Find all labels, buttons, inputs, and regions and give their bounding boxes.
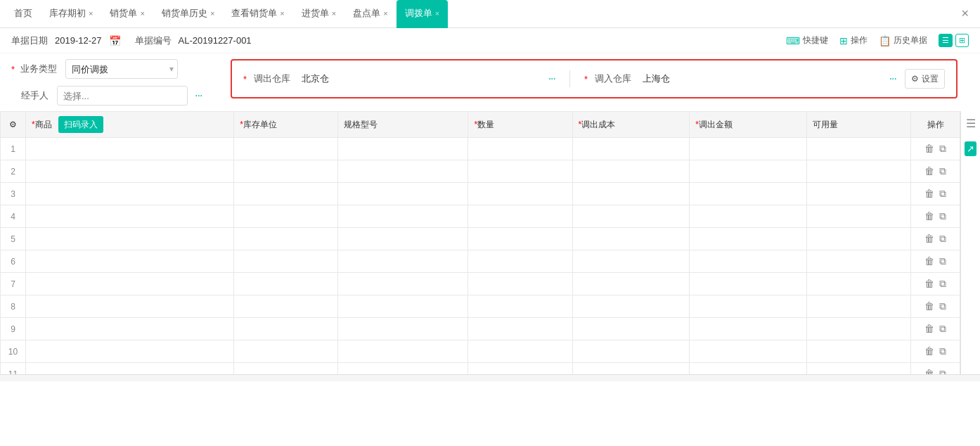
copy-icon[interactable]: ⧉ [939,368,946,374]
sidebar-list-icon[interactable]: ☰ [966,117,976,130]
close-icon[interactable]: × [383,9,387,18]
spec-cell[interactable] [338,205,468,228]
close-icon[interactable]: × [140,9,144,18]
unit-cell[interactable] [234,138,338,160]
history-button[interactable]: 📋 历史单据 [879,34,927,46]
tab-view-sales[interactable]: 查看销货单 × [223,0,292,28]
shortcuts-button[interactable]: ⌨ 快捷键 [786,34,828,46]
amount-cell[interactable] [690,183,807,205]
unit-cell[interactable] [234,160,338,183]
cost-cell[interactable] [572,363,690,375]
unit-cell[interactable] [234,250,338,273]
spec-cell[interactable] [338,160,468,183]
copy-icon[interactable]: ⧉ [939,345,946,357]
available-cell[interactable] [806,160,910,183]
cost-cell[interactable] [572,228,690,250]
spec-cell[interactable] [338,228,468,250]
close-icon[interactable]: × [280,9,284,18]
copy-icon[interactable]: ⧉ [939,300,946,312]
delete-icon[interactable]: 🗑 [924,368,934,374]
spec-cell[interactable] [338,363,468,375]
settings-button[interactable]: ⚙ 设置 [905,69,945,89]
amount-cell[interactable] [690,295,807,318]
delete-icon[interactable]: 🗑 [924,278,934,289]
amount-cell[interactable] [690,228,807,250]
amount-cell[interactable] [690,340,807,363]
window-close-button[interactable]: × [955,6,974,21]
handler-input[interactable] [57,86,188,106]
close-icon[interactable]: × [435,9,439,18]
product-cell[interactable] [26,273,234,295]
unit-cell[interactable] [234,183,338,205]
product-cell[interactable] [26,295,234,318]
available-cell[interactable] [806,228,910,250]
cost-cell[interactable] [572,160,690,183]
operations-button[interactable]: ⊞ 操作 [839,34,868,46]
delete-icon[interactable]: 🗑 [924,165,934,177]
copy-icon[interactable]: ⧉ [939,143,946,154]
qty-cell[interactable] [468,138,572,160]
product-cell[interactable] [26,138,234,160]
amount-cell[interactable] [690,138,807,160]
delete-icon[interactable]: 🗑 [924,255,934,267]
spec-cell[interactable] [338,183,468,205]
scan-entry-button[interactable]: 扫码录入 [58,116,103,133]
spec-cell[interactable] [338,340,468,363]
doc-date-value[interactable]: 2019-12-27 [55,35,102,46]
product-cell[interactable] [26,160,234,183]
unit-cell[interactable] [234,295,338,318]
spec-cell[interactable] [338,138,468,160]
tab-home[interactable]: 首页 [6,0,41,28]
qty-cell[interactable] [468,318,572,340]
available-cell[interactable] [806,273,910,295]
available-cell[interactable] [806,205,910,228]
qty-cell[interactable] [468,228,572,250]
cost-cell[interactable] [572,340,690,363]
qty-cell[interactable] [468,273,572,295]
in-warehouse-more-icon[interactable]: ··· [889,72,896,85]
product-cell[interactable] [26,250,234,273]
out-warehouse-more-icon[interactable]: ··· [548,72,555,85]
copy-icon[interactable]: ⧉ [939,323,946,334]
close-icon[interactable]: × [210,9,214,18]
horizontal-scrollbar[interactable] [0,374,980,381]
unit-cell[interactable] [234,318,338,340]
copy-icon[interactable]: ⧉ [939,233,946,244]
amount-cell[interactable] [690,160,807,183]
available-cell[interactable] [806,250,910,273]
layout-grid-button[interactable]: ⊞ [955,34,969,47]
qty-cell[interactable] [468,160,572,183]
unit-cell[interactable] [234,363,338,375]
available-cell[interactable] [806,183,910,205]
qty-cell[interactable] [468,205,572,228]
close-icon[interactable]: × [89,9,93,18]
copy-icon[interactable]: ⧉ [939,210,946,222]
available-cell[interactable] [806,340,910,363]
qty-cell[interactable] [468,295,572,318]
product-cell[interactable] [26,318,234,340]
biz-type-select[interactable]: 同价调拨 [65,59,178,79]
product-cell[interactable] [26,228,234,250]
product-cell[interactable] [26,340,234,363]
qty-cell[interactable] [468,340,572,363]
cost-cell[interactable] [572,318,690,340]
delete-icon[interactable]: 🗑 [924,345,934,357]
out-warehouse-value[interactable]: 北京仓 [302,72,329,85]
delete-icon[interactable]: 🗑 [924,233,934,244]
calendar-icon[interactable]: 📅 [109,35,121,46]
unit-cell[interactable] [234,228,338,250]
tab-transfer-order[interactable]: 调拨单 × [396,0,448,28]
delete-icon[interactable]: 🗑 [924,188,934,199]
copy-icon[interactable]: ⧉ [939,278,946,289]
spec-cell[interactable] [338,273,468,295]
delete-icon[interactable]: 🗑 [924,323,934,334]
tab-purchase-order[interactable]: 进货单 × [293,0,344,28]
qty-cell[interactable] [468,250,572,273]
spec-cell[interactable] [338,250,468,273]
delete-icon[interactable]: 🗑 [924,143,934,154]
available-cell[interactable] [806,318,910,340]
copy-icon[interactable]: ⧉ [939,188,946,199]
in-warehouse-value[interactable]: 上海仓 [643,72,670,85]
qty-cell[interactable] [468,183,572,205]
cost-cell[interactable] [572,138,690,160]
